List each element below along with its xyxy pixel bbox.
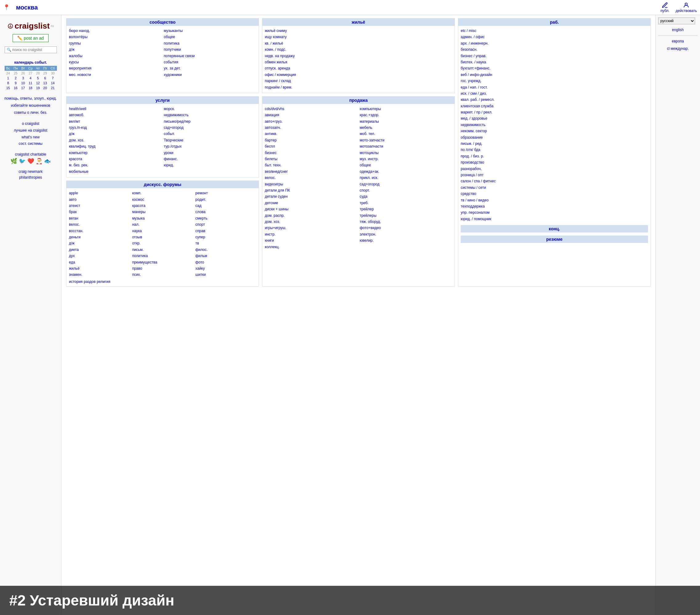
charity-icon-0[interactable]: 🌿 [11,158,17,164]
calendar-day[interactable]: 27 [26,71,35,76]
svc-health[interactable]: health/well [69,106,161,112]
sale-electronics[interactable]: электрон. [360,231,452,237]
comm-childcare[interactable]: ух. за дет. [164,65,257,71]
best-cl-link[interactable]: лучшее на craigslist [14,127,47,134]
sale-aviation[interactable]: авиация [265,112,358,118]
sale-computers[interactable]: компьютеры [360,106,452,112]
calendar-day[interactable]: 11 [26,80,35,86]
calendar-day[interactable]: 12 [35,80,41,86]
disc-vegan[interactable]: веган [69,215,130,222]
sale-autotruck[interactable]: авто+груз. [265,118,358,125]
whats-new-link[interactable]: what's new [14,134,47,141]
hous-parking[interactable]: паркинг / склад [265,78,452,84]
disc-auto[interactable]: авто [69,197,130,203]
job-systems[interactable]: системы / сети [461,185,648,191]
disc-review[interactable]: отзыв [132,234,193,240]
calendar-day[interactable]: 1 [4,76,12,80]
sale-heavy[interactable]: тяж. оборуд. [360,218,452,225]
job-business[interactable]: бизнес / управ. [461,53,648,59]
disc-film[interactable]: фильм [195,253,256,259]
sale-jewelry[interactable]: ювелир. [360,237,452,243]
sale-materials[interactable]: материалы [360,118,452,125]
publish-button[interactable]: публ. [661,2,670,13]
sale-general[interactable]: общее [360,162,452,168]
disc-tv[interactable]: тв [195,240,256,246]
disc-law[interactable]: право [132,265,193,272]
avoid-scams-link[interactable]: избегайте мошенников [4,102,57,109]
svc-mobile[interactable]: мобильные [69,168,161,175]
job-education[interactable]: образование [461,134,648,140]
sale-instruments[interactable]: инстр. [265,231,358,237]
disc-spirit[interactable]: дух [69,253,130,259]
svc-garden[interactable]: сад+огород [164,125,257,131]
system-status-link[interactable]: сост. системы [14,140,47,147]
disc-cosmos[interactable]: космос [132,197,193,203]
job-arch[interactable]: арх. / инженерн. [461,40,648,47]
disc-garden[interactable]: сад [195,203,256,209]
job-manufacturing[interactable]: производство [461,159,648,165]
english-link[interactable]: english [658,26,698,34]
sale-trailer[interactable]: трейлер [360,206,452,212]
calendar-day[interactable]: 3 [20,76,27,80]
calendar-day[interactable]: 17 [20,86,27,90]
sale-games[interactable]: игры+игруш. [265,225,358,231]
sale-photo[interactable]: фото+видео [360,225,452,231]
calendar-day[interactable]: 7 [49,76,57,80]
comm-events2[interactable]: события [164,59,257,65]
svc-dj[interactable]: д/ж [69,131,161,137]
sale-boats[interactable]: суда [360,193,452,200]
svc-bike[interactable]: вел/мт [69,118,161,125]
job-gov[interactable]: гос. учрежд. [461,78,648,84]
job-sales[interactable]: прод. / биз. р. [461,153,648,159]
comm-local-news[interactable]: мес. новости [69,72,161,78]
disc-help[interactable]: справ [195,228,256,234]
disc-politics[interactable]: политика [132,253,193,259]
job-medical[interactable]: мед. / здоровье [461,115,648,122]
comm-volunteers[interactable]: волонтёры [69,34,161,40]
hous-vacation[interactable]: отпуск. аренда [265,65,452,71]
disc-food[interactable]: еда [69,259,130,265]
svc-home[interactable]: дом. хоз. [69,137,161,143]
comm-courses[interactable]: курсы [69,59,161,65]
job-marketing[interactable]: маркет. / пр / рекл. [461,109,648,115]
svc-computer[interactable]: компьютер [69,150,161,156]
disc-apple[interactable]: apple [69,190,130,196]
post-ad-button[interactable]: ✏️ post an ad [13,34,48,42]
sale-boatparts[interactable]: детали суден [265,193,358,200]
job-legal[interactable]: юрид. / помощник [461,216,648,222]
logo-text[interactable]: craigslist [15,21,50,30]
sale-sport[interactable]: спорт. [360,187,452,193]
job-tv[interactable]: тв / кино / видео [461,197,648,203]
calendar-day[interactable]: 13 [41,80,49,86]
cl-intl-link[interactable]: cl междунар. [658,45,698,52]
job-security[interactable]: безопасн. [461,47,648,53]
disc-money[interactable]: деньги [69,234,130,240]
job-customer[interactable]: клиентская служба [461,103,648,109]
job-retail[interactable]: розница / опт [461,172,648,178]
sale-motoparts[interactable]: мото-запчасти [360,137,452,143]
sale-furniture[interactable]: мебель [360,125,452,131]
svc-events[interactable]: событ. [164,131,257,137]
disc-parents[interactable]: родит. [195,197,256,203]
hous-office[interactable]: офис / коммерция [265,72,452,78]
job-nonprofit[interactable]: некомм. сектор [461,128,648,134]
calendar-day[interactable]: 29 [41,71,49,76]
comm-dj[interactable]: д/ж [69,47,161,53]
calendar-day[interactable]: 25 [12,71,20,76]
disc-recovery[interactable]: восстан. [69,228,130,234]
job-writing[interactable]: письм. / ред. [461,140,648,147]
sale-motorcycles[interactable]: мотоциклы [360,150,452,156]
charity-icon-1[interactable]: 🐦 [19,158,26,164]
disc-super[interactable]: супер [195,234,256,240]
calendar-day[interactable]: 10 [20,80,27,86]
disc-bikes[interactable]: велос. [69,222,130,228]
job-finance[interactable]: бухгалт.+финанс. [461,65,648,71]
hous-rent[interactable]: жильё сниму [265,28,452,34]
calendar-day[interactable]: 30 [49,71,57,76]
calendar-day[interactable]: 19 [35,86,41,90]
disc-repair[interactable]: ремонт [195,190,256,196]
calendar-day[interactable]: 20 [41,86,49,90]
hous-swap[interactable]: обмен жилья [265,59,452,65]
sale-pcparts[interactable]: детали для ПК [265,187,358,193]
hous-room[interactable]: ищу комнату [265,34,452,40]
